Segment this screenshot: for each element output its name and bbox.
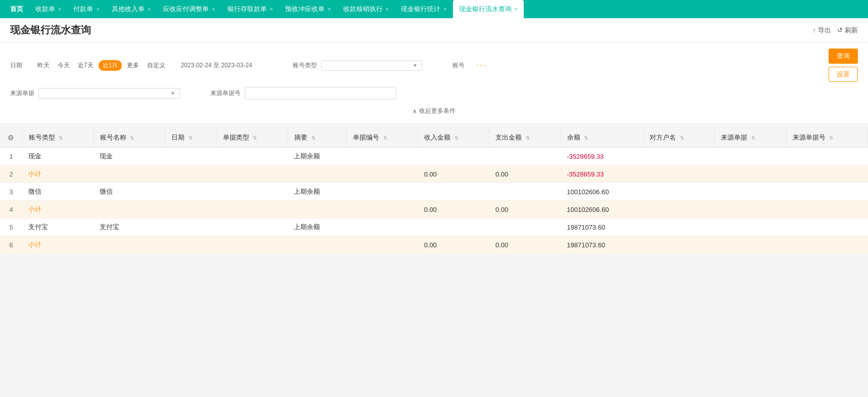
nav-item-payment[interactable]: 付款单 × — [67, 0, 105, 18]
close-writeoff-icon[interactable]: × — [386, 6, 389, 12]
date-btn-more[interactable]: 更多 — [124, 60, 142, 71]
close-ar-ap-icon[interactable]: × — [212, 6, 215, 12]
th-doc-type[interactable]: 单据类型 ⇅ — [216, 128, 288, 148]
nav-item-writeoff[interactable]: 收款核销执行 × — [337, 0, 395, 18]
refresh-button[interactable]: ↺ 刷新 — [837, 26, 858, 35]
sort-doc-no-icon: ⇅ — [383, 135, 387, 141]
nav-item-receipt[interactable]: 收款单 × — [29, 0, 67, 18]
cell-doc_type — [216, 148, 288, 165]
cell-balance: -3528659.33 — [561, 165, 643, 183]
nav-item-ar-ap-adjust[interactable]: 应收应付调整单 × — [157, 0, 221, 18]
th-settings[interactable]: ⚙ — [0, 128, 22, 148]
cell-date — [165, 201, 217, 218]
th-doc-no[interactable]: 单据编号 ⇅ — [346, 128, 418, 148]
export-icon: ↑ — [813, 26, 816, 34]
nav-item-cash-flow[interactable]: 现金银行流水查询 × — [453, 0, 524, 18]
cell-doc_type — [216, 236, 288, 254]
table-body: 1现金现金上期余额-3528659.332小计0.000.00-3528659.… — [0, 148, 868, 254]
cell-index: 1 — [0, 148, 22, 165]
cell-expense — [489, 148, 561, 165]
header-actions: ↑ 导出 ↺ 刷新 — [813, 26, 858, 35]
th-account-type[interactable]: 账号类型 ⇅ — [22, 128, 94, 148]
th-summary[interactable]: 摘要 ⇅ — [288, 128, 346, 148]
collapse-label: 收起更多条件 — [419, 107, 455, 115]
th-source-doc[interactable]: 来源单据 ⇅ — [715, 128, 786, 148]
cell-balance: 19871073.60 — [561, 218, 643, 236]
source-doc-filter: 来源单据 ▼ — [10, 88, 180, 99]
cell-account_name: 微信 — [94, 183, 165, 201]
th-income[interactable]: 收入金额 ⇅ — [418, 128, 489, 148]
sort-date-icon: ⇅ — [189, 135, 193, 141]
cell-doc_no — [346, 236, 418, 254]
date-btn-7days[interactable]: 近7天 — [75, 60, 97, 71]
cell-source_doc_no — [786, 201, 867, 218]
sort-expense-icon: ⇅ — [526, 135, 530, 141]
sort-source-doc-icon: ⇅ — [751, 135, 755, 141]
cell-counterparty — [644, 148, 715, 165]
cell-account_name — [94, 201, 165, 218]
cell-income — [418, 218, 489, 236]
th-counterparty[interactable]: 对方户名 ⇅ — [644, 128, 715, 148]
date-btn-today[interactable]: 今天 — [55, 60, 73, 71]
cell-doc_type — [216, 183, 288, 201]
date-btn-custom[interactable]: 自定义 — [144, 60, 168, 71]
close-prepaid-icon[interactable]: × — [328, 6, 331, 12]
date-label: 日期 — [10, 61, 30, 70]
page-header: 现金银行流水查询 ↑ 导出 ↺ 刷新 — [0, 18, 868, 42]
th-expense[interactable]: 支出金额 ⇅ — [489, 128, 561, 148]
cell-account_type: 支付宝 — [22, 218, 94, 236]
source-doc-no-input[interactable] — [245, 87, 396, 100]
collapse-bar[interactable]: ∧ 收起更多条件 — [10, 105, 858, 117]
cell-date — [165, 183, 217, 201]
table-row: 4小计0.000.00100102606.60 — [0, 201, 868, 218]
cell-doc_no — [346, 148, 418, 165]
close-payment-icon[interactable]: × — [96, 6, 99, 12]
nav-item-prepaid[interactable]: 预收冲应收单 × — [279, 0, 337, 18]
cell-source_doc — [715, 148, 786, 165]
date-range-display: 2023-02-24 至 2023-03-24 — [178, 61, 252, 70]
th-account-name[interactable]: 账号名称 ⇅ — [94, 128, 165, 148]
cell-counterparty — [644, 183, 715, 201]
filter-row-1: 日期 昨天 今天 近7天 近1月 更多 自定义 2023-02-24 至 202… — [10, 49, 858, 82]
account-type-filter: 账号类型 ▼ — [293, 60, 422, 71]
date-btn-1month[interactable]: 近1月 — [99, 60, 122, 71]
table-settings-icon[interactable]: ⚙ — [8, 134, 14, 142]
cell-doc_type — [216, 165, 288, 183]
source-doc-select[interactable]: ▼ — [38, 88, 180, 99]
cell-doc_no — [346, 165, 418, 183]
close-cash-stats-icon[interactable]: × — [443, 6, 446, 12]
nav-item-bank-deposit[interactable]: 银行存取款单 × — [221, 0, 279, 18]
th-balance[interactable]: 余额 ⇅ — [561, 128, 643, 148]
table-row: 1现金现金上期余额-3528659.33 — [0, 148, 868, 165]
cell-doc_type — [216, 218, 288, 236]
cell-index: 4 — [0, 201, 22, 218]
top-navigation: 首页 收款单 × 付款单 × 其他收入单 × 应收应付调整单 × 银行存取款单 … — [0, 0, 868, 18]
settings-button[interactable]: 设置 — [829, 67, 858, 82]
close-receipt-icon[interactable]: × — [58, 6, 61, 12]
nav-item-other-income[interactable]: 其他收入单 × — [106, 0, 157, 18]
close-bank-deposit-icon[interactable]: × — [270, 6, 273, 12]
cell-counterparty — [644, 218, 715, 236]
cell-account_type: 现金 — [22, 148, 94, 165]
account-dots-button[interactable]: ··· — [477, 61, 486, 70]
query-button[interactable]: 查询 — [829, 49, 858, 64]
close-other-income-icon[interactable]: × — [148, 6, 151, 12]
table-row: 3微信微信上期余额100102606.60 — [0, 183, 868, 201]
nav-item-home[interactable]: 首页 — [4, 0, 29, 18]
export-button[interactable]: ↑ 导出 — [813, 26, 832, 35]
close-cash-flow-icon[interactable]: × — [515, 6, 518, 12]
cell-counterparty — [644, 236, 715, 254]
account-label: 账号 — [452, 61, 473, 70]
th-source-doc-no[interactable]: 来源单据号 ⇅ — [786, 128, 867, 148]
cell-expense: 0.00 — [489, 165, 561, 183]
cell-summary: 上期余额 — [288, 183, 346, 201]
date-btn-yesterday[interactable]: 昨天 — [34, 60, 53, 71]
cell-balance: -3528659.33 — [561, 148, 643, 165]
account-type-select[interactable]: ▼ — [321, 60, 422, 71]
table-row: 5支付宝支付宝上期余额19871073.60 — [0, 218, 868, 236]
cell-doc_no — [346, 201, 418, 218]
th-date[interactable]: 日期 ⇅ — [165, 128, 217, 148]
nav-item-cash-stats[interactable]: 现金银行统计 × — [395, 0, 452, 18]
cell-account_name — [94, 165, 165, 183]
cell-balance: 19871073.60 — [561, 236, 643, 254]
